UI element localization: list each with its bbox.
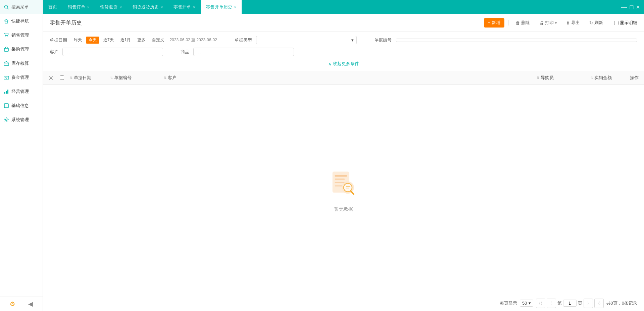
refresh-icon: ↻	[589, 20, 593, 25]
collapse-label: 收起更多条件	[333, 61, 359, 67]
doc-no-input[interactable]	[396, 39, 637, 42]
page-word: 第	[557, 300, 562, 306]
table-area: ⇅ 单据日期 ⇅ 单据编号 ⇅ 客户 ⇅ 导购员 ⇅ 实销金额	[43, 71, 644, 295]
tab-sales-return-close[interactable]: ×	[119, 5, 121, 9]
th-guide-sort[interactable]: ⇅	[537, 76, 539, 80]
sidebar-item-purchase[interactable]: 采购管理	[0, 42, 43, 56]
th-amount: ⇅ 实销金额	[574, 75, 614, 81]
th-customer-sort[interactable]: ⇅	[164, 76, 166, 80]
svg-line-1	[7, 8, 9, 9]
empty-state: 暂无数据	[43, 85, 644, 295]
sidebar-item-inventory[interactable]: 库存核算	[0, 56, 43, 70]
customer-input[interactable]: ...	[62, 48, 163, 56]
th-amount-sort[interactable]: ⇅	[590, 76, 593, 80]
svg-rect-7	[4, 76, 9, 79]
tab-sales-order-close[interactable]: ×	[87, 5, 89, 9]
date-btn-7days[interactable]: 近7天	[101, 37, 116, 44]
last-page-btn[interactable]: ⟩⟩	[594, 299, 604, 308]
tab-sales-order-label: 销售订单	[68, 4, 85, 10]
select-all-input[interactable]	[60, 75, 64, 80]
sidebar-label-system: 系统管理	[11, 117, 29, 123]
add-label: + 新增	[488, 20, 500, 26]
sidebar-label-inventory: 库存核算	[11, 60, 29, 66]
gear-bottom-icon[interactable]: ⚙	[10, 300, 15, 308]
filter-area: 单据日期 昨天 今天 近7天 近1月 更多 自定义 2023-06-02 至 2…	[43, 32, 644, 71]
date-btn-more[interactable]: 更多	[135, 37, 148, 44]
toolbar: + 新增 🗑 删除 🖨 打印 ▾ ⬆ 导出 ↻ 刷新	[484, 18, 637, 28]
page-number-input[interactable]	[563, 300, 577, 307]
tab-retail-open-label: 零售开单	[174, 4, 191, 10]
tab-retail-open[interactable]: 零售开单 ×	[168, 0, 200, 14]
date-btn-yesterday[interactable]: 昨天	[71, 37, 85, 44]
th-amount-label: 实销金额	[594, 75, 612, 81]
page-size-select[interactable]: 50 ▾	[520, 300, 533, 307]
filter-row-1: 单据日期 昨天 今天 近7天 近1月 更多 自定义 2023-06-02 至 2…	[50, 36, 637, 44]
tab-sales-order[interactable]: 销售订单 ×	[62, 0, 95, 14]
minimize-btn[interactable]: —	[621, 4, 627, 11]
customer-placeholder: ...	[65, 49, 71, 54]
print-button[interactable]: 🖨 打印 ▾	[537, 18, 559, 27]
prev-page-btn[interactable]: ⟨	[547, 299, 556, 308]
collapse-button[interactable]: ∧ 收起更多条件	[328, 61, 359, 67]
refresh-button[interactable]: ↻ 刷新	[587, 18, 606, 27]
collapse-icon: ∧	[328, 61, 332, 66]
svg-rect-19	[335, 178, 345, 179]
th-date-label: 单据日期	[74, 75, 91, 81]
page-nav: ⟨⟨ ⟨ 第 页 ⟩ ⟩⟩	[536, 299, 604, 308]
sidebar: 搜索采单 快捷导航 销售管理 采购管理 库存核算 资金管理 经营管理	[0, 0, 43, 311]
toolbar-divider-1	[508, 20, 509, 25]
tab-retail-open-history-label: 零售开单历史	[206, 4, 232, 10]
svg-rect-11	[7, 90, 8, 94]
sidebar-item-basic-info[interactable]: 基础信息	[0, 99, 43, 113]
delete-icon: 🗑	[515, 20, 520, 25]
next-page-btn[interactable]: ⟩	[584, 299, 593, 308]
date-btn-custom[interactable]: 自定义	[149, 37, 167, 44]
collapse-sidebar-icon[interactable]: ◀	[28, 300, 33, 308]
goods-input[interactable]: ...	[193, 48, 294, 56]
tab-home[interactable]: 首页	[43, 0, 62, 14]
sidebar-search[interactable]: 搜索采单	[0, 0, 43, 14]
delete-label: 删除	[521, 20, 530, 26]
list-icon	[3, 103, 9, 109]
sidebar-label-purchase: 采购管理	[11, 46, 29, 52]
doc-no-label: 单据编号	[374, 37, 392, 43]
tab-sales-return[interactable]: 销货退货 ×	[95, 0, 127, 14]
sidebar-label-operations: 经营管理	[11, 89, 29, 95]
close-btn[interactable]: ×	[636, 3, 640, 11]
tab-sales-return-history-close[interactable]: ×	[161, 5, 163, 9]
sidebar-item-operations[interactable]: 经营管理	[0, 85, 43, 99]
doc-type-select[interactable]: ▾	[256, 36, 357, 44]
th-guide-label: 导购员	[541, 75, 554, 81]
sidebar-label-finance: 资金管理	[11, 74, 29, 81]
th-date: ⇅ 单据日期	[67, 75, 107, 81]
th-order-label: 单据编号	[114, 75, 132, 81]
print-dropdown-icon: ▾	[555, 21, 557, 25]
maximize-btn[interactable]: □	[630, 4, 633, 11]
display-detail-label: 显示明细	[620, 20, 637, 26]
tab-retail-open-history-close[interactable]: ×	[234, 5, 236, 9]
delete-button[interactable]: 🗑 删除	[513, 18, 533, 27]
tab-retail-open-close[interactable]: ×	[193, 5, 195, 9]
date-options: 昨天 今天 近7天 近1月 更多 自定义 2023-06-02 至 2023-0…	[71, 37, 217, 44]
table-settings-btn[interactable]	[46, 75, 56, 81]
display-detail-checkbox[interactable]	[614, 21, 618, 25]
tab-sales-return-history[interactable]: 销货退货历史 ×	[127, 0, 168, 14]
refresh-label: 刷新	[594, 20, 603, 26]
sidebar-item-sales[interactable]: 销售管理	[0, 28, 43, 42]
export-button[interactable]: ⬆ 导出	[563, 18, 583, 27]
date-range-display: 2023-06-02 至 2023-06-02	[169, 37, 217, 43]
date-btn-1month[interactable]: 近1月	[118, 37, 134, 44]
display-detail-toggle[interactable]: 显示明细	[614, 20, 637, 26]
sidebar-item-system[interactable]: 系统管理	[0, 113, 43, 127]
chart-icon	[3, 89, 9, 95]
th-order-sort[interactable]: ⇅	[110, 76, 113, 80]
sidebar-item-finance[interactable]: 资金管理	[0, 70, 43, 85]
sidebar-item-quick-nav[interactable]: 快捷导航	[0, 14, 43, 28]
select-all-checkbox[interactable]	[56, 75, 67, 80]
date-btn-today[interactable]: 今天	[86, 37, 99, 44]
doc-type-label: 单据类型	[235, 37, 252, 43]
th-date-sort[interactable]: ⇅	[70, 76, 72, 80]
add-button[interactable]: + 新增	[484, 18, 504, 28]
tab-retail-open-history[interactable]: 零售开单历史 ×	[201, 0, 242, 14]
first-page-btn[interactable]: ⟨⟨	[536, 299, 545, 308]
